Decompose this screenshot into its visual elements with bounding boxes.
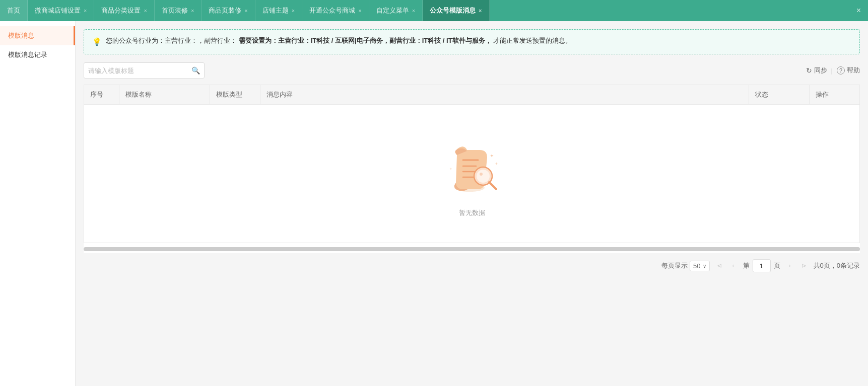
page-unit-label: 页 — [774, 261, 780, 270]
nav-tab-theme-label: 店铺主题 — [262, 6, 289, 15]
col-header-type: 模版类型 — [210, 85, 260, 105]
sidebar-item-template-label: 模版消息 — [8, 32, 34, 39]
nav-tab-store-theme[interactable]: 店铺主题 × — [255, 0, 302, 21]
sidebar-item-template-record[interactable]: 模版消息记录 — [0, 45, 75, 64]
nav-tab-category-settings[interactable]: 商品分类设置 × — [94, 0, 154, 21]
nav-tab-store-settings[interactable]: 微商城店铺设置 × — [28, 0, 94, 21]
help-icon: ? — [837, 66, 845, 74]
prev-page-button[interactable]: ‹ — [727, 259, 740, 272]
nav-tab-mall-label: 开通公众号商城 — [309, 6, 355, 15]
sidebar-item-template-msg[interactable]: 模版消息 — [0, 26, 75, 45]
notice-prefix: 您的公众号行业为：主营行业：，副营行业： — [106, 37, 237, 44]
empty-state-cell: ✦ ✦ ✦ 暂无数据 — [84, 105, 860, 243]
sidebar-item-record-label: 模版消息记录 — [8, 51, 47, 58]
main-layout: 模版消息 模版消息记录 💡 您的公众号行业为：主营行业：，副营行业： 需要设置为… — [0, 21, 868, 386]
help-button[interactable]: ? 帮助 — [837, 66, 860, 75]
notice-banner: 💡 您的公众号行业为：主营行业：，副营行业： 需要设置为：主营行业：IT科技 /… — [84, 29, 860, 54]
svg-point-6 — [477, 170, 490, 183]
notice-suffix: 才能正常发送预置的消息。 — [493, 37, 572, 44]
data-table: 序号 模版名称 模版类型 消息内容 状态 — [84, 85, 860, 243]
page-number-input[interactable] — [753, 259, 771, 272]
page-size-dropdown[interactable]: 50 ∨ — [690, 261, 709, 271]
nav-tab-product-label: 商品页装修 — [209, 6, 241, 15]
toolbar-divider: | — [831, 67, 833, 74]
toolbar-right: ↻ 同步 | ? 帮助 — [806, 66, 860, 75]
close-category[interactable]: × — [144, 8, 147, 14]
nav-tab-open-mall[interactable]: 开通公众号商城 × — [302, 0, 369, 21]
table-header-row: 序号 模版名称 模版类型 消息内容 状态 — [84, 85, 860, 105]
table-container: 序号 模版名称 模版类型 消息内容 状态 — [84, 85, 860, 253]
next-page-button[interactable]: › — [783, 259, 796, 272]
nav-tab-store-settings-label: 微商城店铺设置 — [35, 6, 81, 15]
notice-text: 您的公众号行业为：主营行业：，副营行业： 需要设置为：主营行业：IT科技 / 互… — [106, 36, 572, 46]
empty-state: ✦ ✦ ✦ 暂无数据 — [90, 110, 853, 238]
svg-text:✦: ✦ — [449, 167, 452, 171]
close-mall[interactable]: × — [358, 8, 361, 14]
page-size-label: 每页显示 — [661, 261, 688, 270]
page-size-chevron: ∨ — [703, 263, 706, 269]
nav-tab-product-decor[interactable]: 商品页装修 × — [202, 0, 255, 21]
content-area: 💡 您的公众号行业为：主营行业：，副营行业： 需要设置为：主营行业：IT科技 /… — [76, 21, 868, 386]
help-label: 帮助 — [847, 66, 860, 75]
close-store-settings[interactable]: × — [84, 8, 87, 14]
nav-tab-custom-menu[interactable]: 自定义菜单 × — [369, 0, 423, 21]
search-input-wrap[interactable]: 🔍 — [84, 62, 205, 79]
notice-icon: 💡 — [92, 36, 102, 48]
page-total: 共0页，0条记录 — [814, 261, 860, 270]
svg-text:✦: ✦ — [495, 162, 498, 166]
page-size-value: 50 — [693, 262, 700, 270]
first-page-button[interactable]: ⊲ — [713, 259, 726, 272]
col-header-content: 消息内容 — [260, 85, 749, 105]
search-bar: 🔍 ↻ 同步 | ? 帮助 — [84, 62, 860, 79]
empty-text: 暂无数据 — [90, 208, 853, 217]
nav-tab-home[interactable]: 首页 — [0, 0, 28, 21]
col-header-name: 模版名称 — [119, 85, 210, 105]
sync-button[interactable]: ↻ 同步 — [806, 66, 827, 75]
nav-tab-template-label: 公众号模版消息 — [430, 6, 476, 15]
empty-illustration: ✦ ✦ ✦ — [442, 140, 502, 200]
nav-tab-template-message[interactable]: 公众号模版消息 × — [423, 0, 489, 21]
close-template[interactable]: × — [479, 8, 482, 14]
nav-tab-menu-label: 自定义菜单 — [376, 6, 409, 15]
sync-icon: ↻ — [806, 66, 812, 74]
close-menu[interactable]: × — [412, 8, 415, 14]
nav-tab-home-label: 首页 — [7, 6, 20, 15]
page-di-label: 第 — [743, 261, 750, 270]
svg-point-8 — [480, 173, 483, 176]
search-icon[interactable]: 🔍 — [191, 66, 200, 74]
last-page-button[interactable]: ⊳ — [797, 259, 811, 272]
svg-text:✦: ✦ — [490, 153, 494, 159]
nav-tab-category-label: 商品分类设置 — [101, 6, 141, 15]
close-theme[interactable]: × — [292, 8, 295, 14]
svg-line-7 — [489, 182, 496, 189]
nav-tab-homepage-decor[interactable]: 首页装修 × — [155, 0, 202, 21]
close-homepage[interactable]: × — [191, 8, 194, 14]
empty-state-row: ✦ ✦ ✦ 暂无数据 — [84, 105, 860, 243]
top-nav: 首页 微商城店铺设置 × 商品分类设置 × 首页装修 × 商品页装修 × 店铺主… — [0, 0, 868, 21]
page-nav: ⊲ ‹ 第 页 › ⊳ — [713, 259, 811, 272]
pagination-bar: 每页显示 50 ∨ ⊲ ‹ 第 页 › ⊳ 共0页，0条记录 — [84, 253, 860, 274]
sidebar: 模版消息 模版消息记录 — [0, 21, 76, 386]
nav-tab-homepage-label: 首页装修 — [162, 6, 188, 15]
sync-label: 同步 — [814, 66, 827, 75]
notice-highlight: 需要设置为：主营行业：IT科技 / 互联网|电子商务，副营行业：IT科技 / I… — [239, 37, 492, 44]
close-product[interactable]: × — [244, 8, 247, 14]
col-header-action: 操作 — [810, 85, 860, 105]
close-all-tabs[interactable]: × — [849, 0, 868, 21]
page-size-select: 每页显示 50 ∨ — [661, 261, 709, 271]
search-input[interactable] — [88, 67, 189, 74]
scroll-thumb[interactable] — [84, 247, 860, 251]
col-header-seq: 序号 — [84, 85, 119, 105]
col-header-status: 状态 — [749, 85, 810, 105]
scroll-track[interactable] — [84, 247, 860, 251]
